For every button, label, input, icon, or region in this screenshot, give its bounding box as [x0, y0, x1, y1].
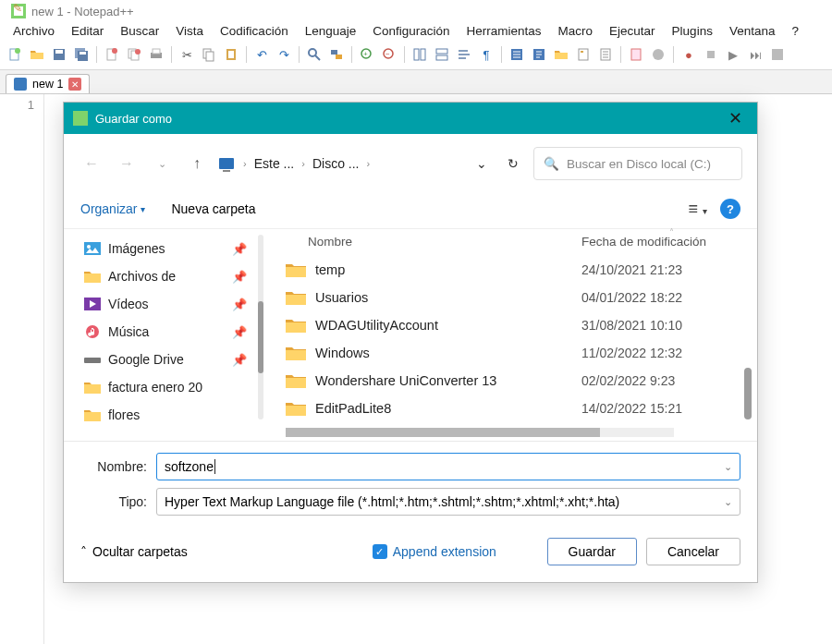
filetype-select[interactable]: Hyper Text Markup Language file (*.html;… — [156, 488, 740, 516]
menu-lenguaje[interactable]: Lenguaje — [305, 24, 357, 38]
file-row[interactable]: Wondershare UniConverter 1302/02/2022 9:… — [258, 367, 757, 395]
menu-herramientas[interactable]: Herramientas — [467, 24, 542, 38]
chevron-down-icon[interactable]: ⌄ — [724, 461, 732, 473]
svg-point-1 — [15, 48, 20, 54]
save-macro-icon[interactable] — [768, 45, 787, 64]
file-row[interactable]: temp24/10/2021 21:23 — [258, 256, 757, 284]
close-icon[interactable] — [103, 45, 121, 64]
crumb-drive[interactable]: Disco ... — [312, 156, 360, 171]
menu-plugins[interactable]: Plugins — [672, 24, 713, 38]
videos-icon — [84, 298, 101, 310]
find-icon[interactable] — [305, 45, 324, 64]
sync-h-icon[interactable] — [433, 45, 451, 64]
file-name: temp — [315, 262, 581, 277]
nav-item-factura[interactable]: factura enero 20 — [69, 373, 258, 401]
show-all-icon[interactable]: ¶ — [477, 45, 496, 64]
copy-icon[interactable] — [200, 45, 218, 64]
chevron-icon: › — [301, 158, 305, 169]
doc-map-icon[interactable] — [574, 45, 593, 64]
column-name[interactable]: Nombre — [308, 235, 581, 249]
breadcrumb[interactable]: › Este ... › Disco ... › — [219, 156, 461, 171]
zoom-out-icon[interactable]: − — [380, 45, 398, 64]
menu-editar[interactable]: Editar — [71, 24, 104, 38]
folder-icon — [84, 381, 101, 394]
svg-line-19 — [315, 55, 320, 60]
dialog-title: Guardar como — [95, 112, 172, 126]
print-icon[interactable] — [147, 45, 165, 64]
stop-icon[interactable] — [702, 45, 720, 64]
nav-item-flores[interactable]: flores — [69, 401, 258, 429]
file-row[interactable]: WDAGUtilityAccount31/08/2021 10:10 — [258, 311, 757, 339]
help-icon[interactable]: ? — [720, 199, 740, 219]
svg-rect-20 — [331, 50, 337, 55]
open-file-icon[interactable] — [28, 45, 46, 64]
filename-input[interactable]: softzone ⌄ — [156, 453, 740, 480]
play-icon[interactable]: ▶ — [724, 45, 742, 64]
doc-list-icon[interactable] — [596, 45, 615, 64]
tab-close-icon[interactable]: ✕ — [68, 78, 81, 91]
zoom-in-icon[interactable]: + — [358, 45, 376, 64]
append-extension-checkbox[interactable]: ✓ Append extension — [373, 544, 496, 559]
address-dropdown-icon[interactable]: ⌄ — [471, 156, 493, 171]
folder-icon — [286, 262, 306, 277]
func-list-icon[interactable] — [627, 45, 645, 64]
folder-as-workspace-icon[interactable] — [552, 45, 570, 64]
save-icon[interactable] — [50, 45, 68, 64]
new-folder-button[interactable]: Nueva carpeta — [171, 201, 255, 216]
horizontal-scrollbar[interactable] — [286, 428, 674, 437]
view-mode-icon[interactable]: ≡ ▾ — [688, 200, 707, 219]
refresh-icon[interactable]: ↻ — [502, 156, 524, 171]
indent-guide-icon[interactable] — [508, 45, 526, 64]
file-row[interactable]: Windows11/02/2022 12:32 — [258, 339, 757, 367]
save-all-icon[interactable] — [72, 45, 91, 64]
vertical-scrollbar[interactable] — [744, 368, 752, 419]
menu-vista[interactable]: Vista — [176, 24, 203, 38]
menu-buscar[interactable]: Buscar — [120, 24, 159, 38]
search-input[interactable]: 🔍 Buscar en Disco local (C:) — [533, 147, 742, 180]
crumb-root[interactable]: Este ... — [254, 156, 295, 171]
menu-macro[interactable]: Macro — [558, 24, 593, 38]
chevron-down-icon[interactable]: ⌄ — [724, 496, 732, 508]
cancel-button[interactable]: Cancelar — [646, 538, 740, 565]
nav-forward-icon[interactable]: → — [114, 151, 140, 176]
hide-folders-button[interactable]: ˄Ocultar carpetas — [80, 544, 188, 559]
file-date: 24/10/2021 21:23 — [581, 262, 757, 277]
folder-icon — [286, 346, 306, 360]
paste-icon[interactable] — [222, 45, 240, 64]
organize-button[interactable]: Organizar ▾ — [80, 201, 145, 216]
close-all-icon[interactable] — [125, 45, 143, 64]
file-row[interactable]: EditPadLite814/02/2022 15:21 — [258, 395, 757, 422]
undo-icon[interactable]: ↶ — [252, 45, 271, 64]
save-button[interactable]: Guardar — [547, 538, 637, 565]
svg-rect-32 — [579, 49, 588, 60]
menu-ejecutar[interactable]: Ejecutar — [609, 24, 655, 38]
menu-ventana[interactable]: Ventana — [729, 24, 776, 38]
record-icon[interactable]: ● — [679, 45, 698, 64]
replace-icon[interactable] — [327, 45, 346, 64]
nav-back-icon[interactable]: ← — [79, 151, 104, 176]
new-file-icon[interactable] — [6, 45, 24, 64]
lang-icon[interactable] — [530, 45, 548, 64]
plugin-icon[interactable] — [649, 45, 667, 64]
chevron-down-icon: ▾ — [141, 204, 145, 214]
menu-archivo[interactable]: Archivo — [13, 24, 55, 38]
sync-v-icon[interactable] — [410, 45, 429, 64]
menu-configuracion[interactable]: Configuración — [373, 24, 449, 38]
wrap-icon[interactable] — [455, 45, 473, 64]
nav-recent-icon[interactable]: ⌄ — [149, 151, 175, 176]
nav-item-imagenes[interactable]: Imágenes📌 — [69, 235, 258, 262]
app-logo-icon — [11, 4, 26, 18]
menu-codificacion[interactable]: Codificación — [220, 24, 288, 38]
document-tab[interactable]: new 1 ✕ — [6, 74, 90, 93]
nav-item-videos[interactable]: Vídeos📌 — [69, 290, 258, 318]
nav-item-archivos[interactable]: Archivos de 📌 — [69, 262, 258, 290]
dialog-close-icon[interactable]: ✕ — [722, 108, 748, 128]
redo-icon[interactable]: ↷ — [275, 45, 293, 64]
nav-item-musica[interactable]: Música📌 — [69, 318, 258, 346]
nav-up-icon[interactable]: ↑ — [184, 151, 210, 176]
cut-icon[interactable]: ✂ — [177, 45, 196, 64]
file-row[interactable]: Usuarios04/01/2022 18:22 — [258, 284, 757, 311]
menu-help[interactable]: ? — [791, 24, 799, 38]
nav-item-drive[interactable]: Google Drive📌 — [69, 346, 258, 373]
play-multi-icon[interactable]: ⏭ — [746, 45, 765, 64]
